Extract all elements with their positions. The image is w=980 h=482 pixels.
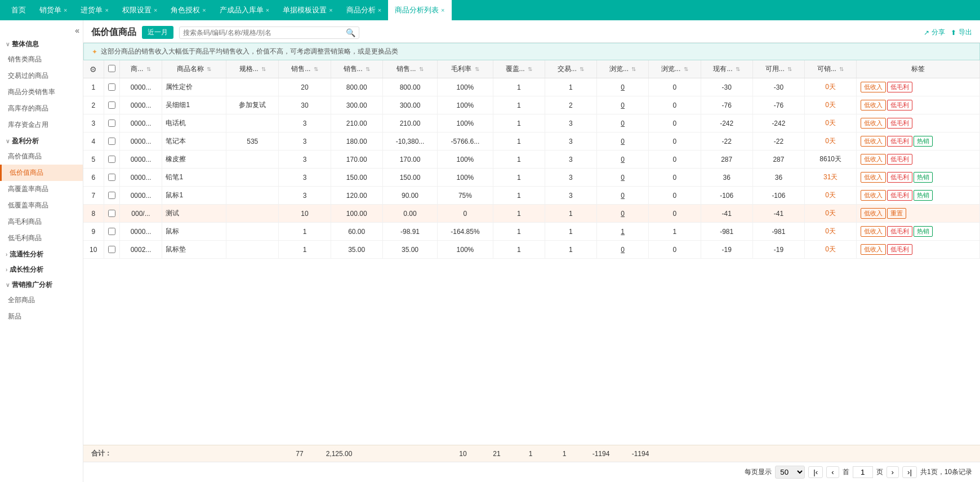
footer-browse2: 1 [547, 450, 581, 458]
col-browse1[interactable]: 浏览... ⇅ [597, 60, 649, 78]
row-browse1[interactable]: 0 [597, 169, 649, 187]
row-checkbox[interactable] [108, 192, 115, 199]
sidebar-item-low-margin[interactable]: 低毛利商品 [0, 230, 83, 246]
share-action[interactable]: ↗ 分享 [924, 28, 945, 37]
nav-analysis-list[interactable]: 商品分析列表 × [388, 0, 451, 20]
col-name[interactable]: 商品名称 ⇅ [162, 60, 226, 78]
next-page-btn[interactable]: › [887, 466, 899, 478]
col-s3[interactable]: 销售... ⇅ [382, 60, 437, 78]
sidebar-group-profit-collapse[interactable]: ∨ [6, 138, 10, 144]
sidebar-item-all-goods[interactable]: 全部商品 [0, 292, 83, 308]
sidebar-item-high-margin[interactable]: 高毛利商品 [0, 214, 83, 230]
sidebar-item-traded-goods[interactable]: 交易过的商品 [0, 68, 83, 84]
sidebar-group-overall-collapse[interactable]: ∨ [6, 41, 10, 47]
col-stock1[interactable]: 现有... ⇅ [701, 60, 752, 78]
row-check[interactable] [104, 169, 119, 187]
col-gross[interactable]: 毛利率 ⇅ [438, 60, 493, 78]
row-check[interactable] [104, 151, 119, 169]
col-browse2[interactable]: 浏览... ⇅ [649, 60, 701, 78]
search-input[interactable] [183, 29, 344, 37]
first-page-btn[interactable]: |‹ [808, 466, 823, 478]
col-gear[interactable]: ⚙ [83, 60, 104, 78]
nav-permission[interactable]: 权限设置 × [115, 0, 164, 20]
nav-role-close[interactable]: × [202, 7, 206, 14]
col-stock3[interactable]: 可销... ⇅ [805, 60, 857, 78]
row-check[interactable] [104, 241, 119, 259]
row-checkbox[interactable] [108, 83, 115, 91]
col-spec[interactable]: 规格... ⇅ [226, 60, 279, 78]
row-num: 9 [83, 223, 104, 241]
row-check[interactable] [104, 96, 119, 114]
row-check[interactable] [104, 132, 119, 151]
row-checkbox[interactable] [108, 246, 115, 253]
row-checkbox[interactable] [108, 210, 115, 217]
sidebar-item-category-rate[interactable]: 商品分类销售率 [0, 84, 83, 100]
nav-sales-close[interactable]: × [64, 7, 67, 14]
col-trade[interactable]: 交易... ⇅ [545, 60, 596, 78]
sidebar-item-high-stock[interactable]: 高库存的商品 [0, 100, 83, 117]
sidebar-item-new-goods[interactable]: 新品 [0, 308, 83, 325]
row-browse1[interactable]: 0 [597, 132, 649, 151]
sidebar-item-low-value[interactable]: 低价值商品 [0, 165, 83, 181]
nav-inbound-close[interactable]: × [266, 7, 269, 14]
sidebar-item-high-value[interactable]: 高价值商品 [0, 148, 83, 165]
sidebar-group-flow-collapse[interactable]: › [6, 251, 7, 258]
export-action[interactable]: ⬆ 导出 [951, 28, 972, 37]
row-check[interactable] [104, 114, 119, 132]
nav-analysis[interactable]: 商品分析 × [340, 0, 388, 20]
nav-purchase-close[interactable]: × [105, 7, 108, 14]
nav-template-close[interactable]: × [329, 7, 332, 14]
row-checkbox[interactable] [108, 101, 115, 109]
nav-analysis-list-close[interactable]: × [441, 7, 444, 14]
page-input[interactable] [853, 466, 873, 478]
row-check[interactable] [104, 187, 119, 205]
col-code[interactable]: 商... ⇅ [119, 60, 162, 78]
nav-home[interactable]: 首页 [5, 0, 33, 20]
table-wrapper[interactable]: ⚙ 商... ⇅ 商品名称 ⇅ 规格... ⇅ 销售... ⇅ 销售... ⇅ … [83, 60, 980, 445]
col-cov[interactable]: 覆盖... ⇅ [493, 60, 545, 78]
row-browse1[interactable]: 0 [597, 78, 649, 96]
sidebar-group-marketing-collapse[interactable]: ∨ [6, 282, 10, 288]
row-browse1[interactable]: 1 [597, 223, 649, 241]
col-s2[interactable]: 销售... ⇅ [331, 60, 382, 78]
row-stock1: -106 [701, 187, 752, 205]
sidebar-item-low-coverage[interactable]: 低覆盖率商品 [0, 197, 83, 214]
col-stock2[interactable]: 可用... ⇅ [752, 60, 804, 78]
nav-permission-close[interactable]: × [154, 7, 157, 14]
sidebar-collapse-btn[interactable]: « [75, 26, 79, 35]
search-icon[interactable]: 🔍 [346, 28, 355, 37]
row-checkbox[interactable] [108, 228, 115, 235]
sidebar-item-stock-capital[interactable]: 库存资金占用 [0, 117, 83, 133]
row-checkbox[interactable] [108, 138, 115, 145]
last-page-btn[interactable]: ›| [902, 466, 917, 478]
select-all-checkbox[interactable] [108, 65, 115, 72]
row-browse1[interactable]: 0 [597, 241, 649, 259]
row-check[interactable] [104, 205, 119, 223]
row-browse1[interactable]: 0 [597, 96, 649, 114]
row-check[interactable] [104, 78, 119, 96]
col-s1[interactable]: 销售... ⇅ [279, 60, 331, 78]
per-page-select[interactable]: 50 100 200 [775, 466, 805, 479]
col-check-all[interactable] [104, 60, 119, 78]
row-browse1[interactable]: 0 [597, 205, 649, 223]
settings-gear-btn[interactable]: ⚙ [90, 65, 97, 74]
nav-template[interactable]: 单据模板设置 × [276, 0, 339, 20]
row-checkbox[interactable] [108, 156, 115, 163]
nav-purchase[interactable]: 进货单 × [74, 0, 115, 20]
sidebar-item-high-coverage[interactable]: 高覆盖率商品 [0, 181, 83, 197]
row-checkbox[interactable] [108, 120, 115, 127]
nav-sales[interactable]: 销货单 × [33, 0, 74, 20]
prev-page-btn[interactable]: ‹ [826, 466, 839, 478]
nav-role[interactable]: 角色授权 × [164, 0, 212, 20]
per-page-label: 每页显示 [745, 467, 772, 477]
row-browse1[interactable]: 0 [597, 114, 649, 132]
sidebar-group-growth-collapse[interactable]: › [6, 267, 7, 273]
nav-inbound[interactable]: 产成品入库单 × [213, 0, 276, 20]
row-check[interactable] [104, 223, 119, 241]
row-browse1[interactable]: 0 [597, 187, 649, 205]
row-browse1[interactable]: 0 [597, 151, 649, 169]
filter-recent-month[interactable]: 近一月 [142, 26, 173, 39]
nav-analysis-close[interactable]: × [378, 7, 381, 14]
sidebar-item-sales-goods[interactable]: 销售类商品 [0, 51, 83, 68]
row-checkbox[interactable] [108, 174, 115, 181]
